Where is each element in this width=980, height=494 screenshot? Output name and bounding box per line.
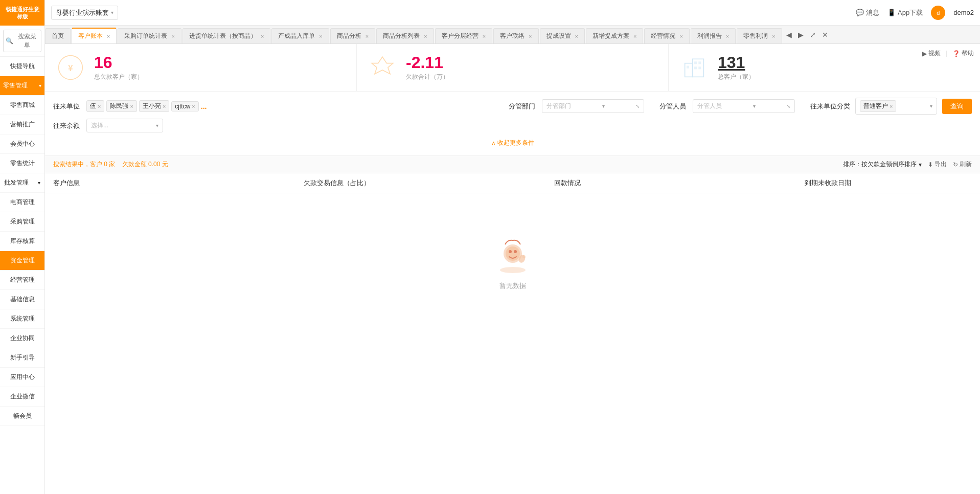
sidebar-item-purchase[interactable]: 采购管理 — [0, 212, 44, 232]
filter-balance-label: 往来余额 — [53, 121, 81, 130]
sidebar-item-label: 零售管理 — [3, 81, 28, 90]
user-avatar: d — [931, 6, 945, 20]
help-link[interactable]: ❓ 帮助 — [952, 49, 974, 58]
message-button[interactable]: 💬 消息 — [856, 8, 879, 17]
sidebar-item-retail-mall[interactable]: 零售商城 — [0, 96, 44, 115]
result-info: 搜索结果中，客户 0 家 欠款金额 0.00 元 — [53, 160, 168, 169]
tab-close-icon[interactable]: × — [575, 33, 578, 39]
tab-product-stock[interactable]: 产成品入库单 × — [271, 28, 329, 43]
sidebar-search-section: 🔍 搜索菜单 — [0, 26, 44, 57]
dept-selector[interactable]: 分管部门 ▾ ⤡ — [542, 99, 644, 113]
tab-retail-profit[interactable]: 零售利润 × — [737, 28, 782, 43]
export-button[interactable]: ⬇ 导出 — [928, 160, 947, 169]
tab-commission-settings[interactable]: 提成设置 × — [540, 28, 585, 43]
sidebar-item-system[interactable]: 系统管理 — [0, 309, 44, 329]
stat-value: -2.11 — [406, 54, 449, 71]
stat-label: 欠款合计（万） — [406, 73, 449, 81]
tab-home[interactable]: 首页 — [45, 28, 71, 43]
remove-tag-icon[interactable]: × — [192, 103, 195, 109]
tab-nav-prev[interactable]: ◀ — [783, 31, 795, 39]
tab-close-icon[interactable]: × — [424, 33, 427, 39]
sidebar-item-marketing[interactable]: 营销推广 — [0, 115, 44, 134]
filter-tag-unit1: 伍 × — [86, 100, 104, 112]
stat-debt-customers-info: 16 总欠款客户（家） — [94, 54, 143, 81]
tab-business-situation[interactable]: 经营情况 × — [644, 28, 689, 43]
svg-rect-7 — [694, 66, 697, 69]
tab-close-all[interactable]: ✕ — [819, 31, 831, 39]
tab-close-icon[interactable]: × — [679, 33, 682, 39]
sidebar-item-retail[interactable]: 零售管理 ▾ — [0, 76, 44, 96]
sidebar-item-quick-nav[interactable]: 快捷导航 — [0, 57, 44, 76]
sidebar-item-label: 经营管理 — [10, 276, 35, 283]
tab-goods-stats[interactable]: 进货单统计表（按商品） × — [183, 28, 270, 43]
tab-customer-ledger[interactable]: 客户账本 × — [72, 28, 117, 43]
tab-product-analysis-list[interactable]: 商品分析列表 × — [376, 28, 434, 43]
tab-close-icon[interactable]: × — [366, 33, 369, 39]
tab-purchase-order[interactable]: 采购订单统计表 × — [118, 28, 181, 43]
sidebar-item-operations[interactable]: 经营管理 — [0, 271, 44, 290]
tab-bar: 首页 客户账本 × 采购订单统计表 × 进货单统计表（按商品） × 产成品入库单… — [45, 26, 980, 44]
tab-close-icon[interactable]: × — [107, 33, 110, 39]
stat-total-debt-info: -2.11 欠款合计（万） — [406, 54, 449, 81]
remove-tag-icon[interactable]: × — [163, 103, 166, 109]
remove-tag-icon[interactable]: × — [890, 103, 893, 109]
sidebar-item-app-center[interactable]: 应用中心 — [0, 368, 44, 387]
store-selector[interactable]: 母婴行业演示账套 ▾ — [51, 6, 118, 20]
search-menu-button[interactable]: 🔍 搜索菜单 — [3, 30, 41, 52]
refresh-button[interactable]: ↻ 刷新 — [953, 160, 972, 169]
sidebar-item-ecommerce[interactable]: 电商管理 — [0, 193, 44, 212]
tab-close-icon[interactable]: × — [529, 33, 532, 39]
tab-maximize[interactable]: ⤢ — [807, 31, 819, 39]
sidebar-item-inventory[interactable]: 库存核算 — [0, 232, 44, 251]
sidebar-item-finance[interactable]: 资金管理 — [0, 251, 44, 271]
app-download-button[interactable]: 📱 App下载 — [887, 8, 923, 17]
svg-rect-6 — [698, 61, 701, 64]
sort-label: 排序：按欠款金额倒序排序 — [843, 160, 917, 169]
stat-value: 16 — [94, 54, 143, 71]
sort-button[interactable]: 排序：按欠款金额倒序排序 ▾ — [843, 160, 922, 169]
category-selector[interactable]: 普通客户 × ▾ — [855, 98, 937, 115]
filter-tag-category1: 普通客户 × — [860, 100, 896, 112]
tab-close-icon[interactable]: × — [633, 33, 636, 39]
help-label: 帮助 — [962, 49, 974, 58]
sidebar-item-label: 快捷导航 — [10, 62, 35, 70]
sidebar-item-enterprise-collab[interactable]: 企业协同 — [0, 329, 44, 348]
tab-product-analysis[interactable]: 商品分析 × — [330, 28, 375, 43]
play-icon: ▶ — [922, 50, 927, 57]
sidebar-item-retail-stats[interactable]: 零售统计 — [0, 154, 44, 173]
tab-new-commission[interactable]: 新增提成方案 × — [586, 28, 643, 43]
stat-label: 总欠款客户（家） — [94, 73, 143, 81]
query-button[interactable]: 查询 — [942, 99, 972, 114]
balance-selector[interactable]: 选择... ▾ — [86, 119, 163, 132]
remove-tag-icon[interactable]: × — [98, 103, 101, 109]
sidebar-item-enterprise-wechat[interactable]: 企业微信 — [0, 387, 44, 407]
tab-close-icon[interactable]: × — [171, 33, 174, 39]
tab-close-icon[interactable]: × — [772, 33, 775, 39]
badge-icon — [367, 52, 398, 83]
tab-profit-report[interactable]: 利润报告 × — [691, 28, 736, 43]
tab-nav-next[interactable]: ▶ — [795, 31, 807, 39]
sidebar-item-chang-member[interactable]: 畅会员 — [0, 407, 44, 426]
dept-placeholder: 分管部门 — [546, 102, 571, 110]
tab-close-icon[interactable]: × — [319, 33, 322, 39]
sidebar-item-wholesale[interactable]: 批发管理 ▾ — [0, 173, 44, 193]
tab-customer-contact[interactable]: 客户联络 × — [493, 28, 538, 43]
sidebar-item-member[interactable]: 会员中心 — [0, 134, 44, 154]
remove-tag-icon[interactable]: × — [130, 103, 133, 109]
sidebar-item-basic-info[interactable]: 基础信息 — [0, 290, 44, 309]
collapse-filter-button[interactable]: ∧ 收起更多条件 — [491, 139, 534, 147]
tab-close-icon[interactable]: × — [483, 33, 486, 39]
video-link[interactable]: ▶ 视频 — [922, 49, 941, 58]
person-selector[interactable]: 分管人员 ▾ ⤡ — [693, 99, 795, 113]
more-tags-button[interactable]: ... — [201, 102, 207, 110]
tag-text: 普通客户 — [863, 102, 888, 110]
tab-close-icon[interactable]: × — [726, 33, 729, 39]
col-header-date: 到期未收款日期 — [805, 178, 972, 188]
stat-total-debt: -2.11 欠款合计（万） — [357, 44, 669, 91]
svg-point-12 — [509, 250, 512, 253]
app-logo: 畅捷通好生意 标版 — [0, 0, 44, 26]
tab-customer-tier[interactable]: 客户分层经营 × — [435, 28, 492, 43]
sidebar-item-new-guide[interactable]: 新手引导 — [0, 348, 44, 368]
message-label: 消息 — [866, 8, 879, 17]
tab-close-icon[interactable]: × — [261, 33, 264, 39]
